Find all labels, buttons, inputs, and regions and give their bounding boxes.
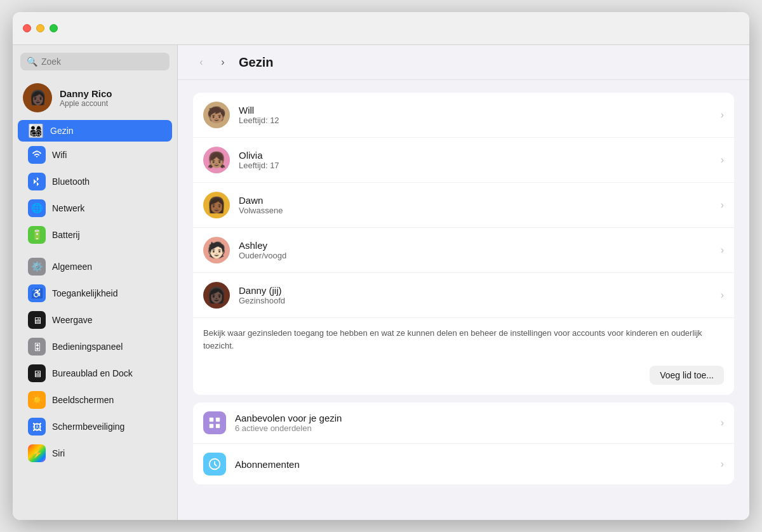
member-ashley[interactable]: 🧑🏻 Ashley Ouder/voogd ›: [193, 228, 734, 273]
abonnementen-name: Abonnementen: [235, 459, 712, 470]
nav-back-button[interactable]: ‹: [193, 54, 210, 70]
abonnementen-info: Abonnementen: [235, 459, 712, 470]
sidebar-item-batterij[interactable]: 🔋 Batterij: [18, 222, 172, 248]
sidebar-item-label-siri: Siri: [52, 448, 65, 458]
will-subtitle: Leeftijd: 12: [239, 116, 712, 125]
main-header: ‹ › Gezin: [178, 45, 749, 80]
page-title: Gezin: [239, 55, 273, 70]
will-avatar: 🧒🏽: [203, 102, 230, 128]
traffic-lights: [23, 24, 58, 32]
olivia-avatar: 👧🏽: [203, 147, 230, 173]
features-card: Aanbevolen voor je gezin 6 actieve onder…: [193, 402, 734, 484]
minimize-button[interactable]: [36, 24, 44, 32]
sidebar-item-siri[interactable]: ⚡ Siri: [18, 440, 172, 467]
member-danny[interactable]: 👩🏿 Danny (jij) Gezinshoofd ›: [193, 273, 734, 318]
sidebar-item-netwerk[interactable]: 🌐 Netwerk: [18, 195, 172, 222]
sidebar-item-label-batterij: Batterij: [52, 230, 80, 240]
search-input[interactable]: [41, 57, 163, 67]
dawn-info: Dawn Volwassene: [239, 195, 712, 215]
svg-rect-1: [216, 418, 220, 422]
chevron-icon: ›: [721, 417, 724, 429]
wifi-icon: [28, 146, 46, 164]
search-box[interactable]: 🔍: [20, 53, 170, 70]
svg-rect-3: [216, 424, 220, 428]
close-button[interactable]: [23, 24, 31, 32]
nav-forward-button[interactable]: ›: [215, 54, 231, 70]
sidebar-item-bedieningspaneel[interactable]: 🎛 Bedieningspaneel: [18, 333, 172, 360]
ashley-name: Ashley: [239, 240, 712, 251]
control-icon: 🎛: [28, 338, 46, 356]
ashley-avatar: 🧑🏻: [203, 237, 230, 263]
sidebar-item-label-bluetooth: Bluetooth: [52, 176, 90, 187]
sidebar-item-toegankelijkheid[interactable]: ♿ Toegankelijkheid: [18, 280, 172, 307]
chevron-icon: ›: [721, 244, 724, 256]
aanbevolen-info: Aanbevolen voor je gezin 6 actieve onder…: [235, 413, 712, 433]
user-name: Danny Rico: [60, 88, 112, 99]
abonnementen-icon: [203, 453, 226, 475]
sidebar-item-gezin[interactable]: 👨‍👩‍👧‍👦 Gezin: [18, 120, 172, 142]
danny-subtitle: Gezinshoofd: [239, 296, 712, 305]
aanbevolen-name: Aanbevolen voor je gezin: [235, 413, 712, 423]
sidebar-item-beeldschermen[interactable]: ☀️ Beeldschermen: [18, 387, 172, 413]
olivia-subtitle: Leeftijd: 17: [239, 161, 712, 170]
ashley-subtitle: Ouder/voogd: [239, 251, 712, 260]
sidebar-item-label-schermbeveiliging: Schermbeveiliging: [52, 422, 124, 432]
description: Bekijk waar gezinsleden toegang toe hebb…: [193, 318, 734, 361]
chevron-icon: ›: [721, 154, 724, 166]
avatar: 👩🏿: [23, 83, 52, 112]
chevron-icon: ›: [721, 458, 724, 470]
feature-abonnementen[interactable]: Abonnementen ›: [193, 444, 734, 484]
sidebar-item-label-beeldschermen: Beeldschermen: [52, 395, 114, 405]
accessibility-icon: ♿: [28, 284, 46, 302]
sidebar-item-weergave[interactable]: 🖥 Weergave: [18, 307, 172, 333]
screensaver-icon: 🖼: [28, 418, 46, 436]
app-window: 🔍 👩🏿 Danny Rico Apple account 👨‍👩‍👧‍👦: [13, 12, 749, 520]
titlebar: [13, 12, 749, 45]
will-info: Will Leeftijd: 12: [239, 105, 712, 125]
user-profile[interactable]: 👩🏿 Danny Rico Apple account: [13, 78, 177, 117]
member-dawn[interactable]: 👩🏾 Dawn Volwassene ›: [193, 183, 734, 228]
sidebar-item-label-netwerk: Netwerk: [52, 203, 84, 213]
chevron-icon: ›: [721, 289, 724, 301]
sidebar-item-label-bedieningspaneel: Bedieningspaneel: [52, 342, 123, 352]
sidebar-item-algemeen[interactable]: ⚙️ Algemeen: [18, 253, 172, 280]
sidebar-item-label-weergave: Weergave: [52, 315, 93, 325]
user-subtitle: Apple account: [60, 99, 112, 108]
aanbevolen-subtitle: 6 actieve onderdelen: [235, 423, 712, 433]
sidebar-item-schermbeveiliging[interactable]: 🖼 Schermbeveiliging: [18, 413, 172, 440]
add-member-row: Voeg lid toe...: [193, 361, 734, 395]
maximize-button[interactable]: [50, 24, 58, 32]
aanbevolen-icon: [203, 411, 226, 434]
network-icon: 🌐: [28, 199, 46, 217]
svg-rect-2: [210, 424, 213, 428]
sidebar: 🔍 👩🏿 Danny Rico Apple account 👨‍👩‍👧‍👦: [13, 45, 178, 520]
olivia-info: Olivia Leeftijd: 17: [239, 150, 712, 170]
sidebar-item-bureaublad[interactable]: 🖥 Bureaublad en Dock: [18, 360, 172, 387]
member-olivia[interactable]: 👧🏽 Olivia Leeftijd: 17 ›: [193, 138, 734, 183]
general-icon: ⚙️: [28, 258, 46, 276]
search-icon: 🔍: [27, 57, 37, 67]
chevron-icon: ›: [721, 199, 724, 211]
sidebar-item-label-wifi: Wifi: [52, 150, 67, 160]
sidebar-item-label-toegankelijkheid: Toegankelijkheid: [52, 288, 118, 298]
main-content: ‹ › Gezin 🧒🏽 Will Leeftijd: 12 ›: [178, 45, 749, 520]
battery-icon: 🔋: [28, 226, 46, 244]
feature-aanbevolen[interactable]: Aanbevolen voor je gezin 6 actieve onder…: [193, 402, 734, 444]
members-card: 🧒🏽 Will Leeftijd: 12 › 👧🏽 Olivia Leeftij…: [193, 93, 734, 395]
sidebar-item-bluetooth[interactable]: Bluetooth: [18, 168, 172, 195]
dawn-avatar: 👩🏾: [203, 192, 230, 218]
sidebar-item-wifi[interactable]: Wifi: [18, 142, 172, 168]
sidebar-item-label-gezin: Gezin: [50, 126, 74, 136]
olivia-name: Olivia: [239, 150, 712, 161]
display-icon: 🖥: [28, 311, 46, 329]
sidebar-item-label-bureaublad: Bureaublad en Dock: [52, 368, 133, 378]
member-will[interactable]: 🧒🏽 Will Leeftijd: 12 ›: [193, 93, 734, 138]
will-name: Will: [239, 105, 712, 116]
sidebar-item-label-algemeen: Algemeen: [52, 262, 92, 272]
danny-info: Danny (jij) Gezinshoofd: [239, 285, 712, 305]
dawn-name: Dawn: [239, 195, 712, 206]
add-member-button[interactable]: Voeg lid toe...: [650, 366, 724, 385]
danny-name: Danny (jij): [239, 285, 712, 296]
desktop-icon: 🖥: [28, 364, 46, 382]
screens-icon: ☀️: [28, 391, 46, 409]
